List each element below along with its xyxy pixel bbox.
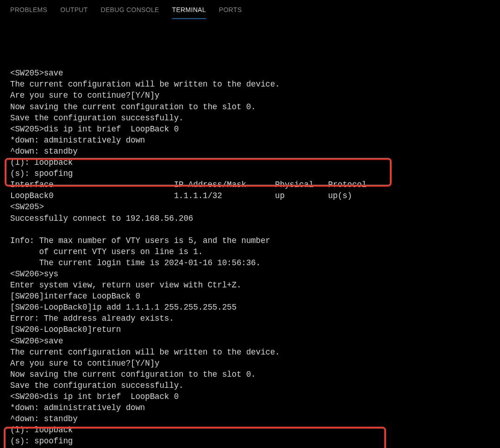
terminal-line xyxy=(10,224,490,235)
terminal-line: of current VTY users on line is 1. xyxy=(10,246,490,257)
terminal-output[interactable]: <SW205>saveThe current configuration wil… xyxy=(0,20,500,448)
terminal-line: LoopBack0 1.1.1.1/32 up up(s) xyxy=(10,190,490,201)
terminal-line: Error: The address already exists. xyxy=(10,313,490,324)
terminal-line: The current configuration will be writte… xyxy=(10,347,490,358)
terminal-line: The current login time is 2024-01-16 10:… xyxy=(10,257,490,268)
terminal-line: Info: The max number of VTY users is 5, … xyxy=(10,235,490,246)
terminal-line: Interface IP Address/Mask Physical Proto… xyxy=(10,179,490,190)
tab-debug-console[interactable]: DEBUG CONSOLE xyxy=(101,6,159,19)
terminal-line: <SW205>dis ip int brief LoopBack 0 xyxy=(10,124,490,135)
terminal-line: Are you sure to continue?[Y/N]y xyxy=(10,358,490,369)
terminal-line: ^down: standby xyxy=(10,413,490,424)
terminal-line: Successfully connect to 192.168.56.206 xyxy=(10,213,490,224)
terminal-line: *down: administratively down xyxy=(10,402,490,413)
terminal-line: Enter system view, return user view with… xyxy=(10,280,490,291)
terminal-line: Save the configuration successfully. xyxy=(10,112,490,124)
terminal-line: <SW205>save xyxy=(10,68,490,79)
terminal-line: Now saving the current configuration to … xyxy=(10,369,490,380)
terminal-line: (l): loopback xyxy=(10,424,490,436)
terminal-line: [SW206-LoopBack0]ip add 1.1.1.1 255.255.… xyxy=(10,302,490,313)
terminal-line: <SW205> xyxy=(10,201,490,212)
panel-tabs: PROBLEMS OUTPUT DEBUG CONSOLE TERMINAL P… xyxy=(0,0,500,20)
terminal-line: Save the configuration successfully. xyxy=(10,380,490,391)
terminal-line: The current configuration will be writte… xyxy=(10,79,490,90)
terminal-line: [SW206]interface LoopBack 0 xyxy=(10,291,490,302)
terminal-line: Are you sure to continue?[Y/N]y xyxy=(10,90,490,101)
terminal-line: (s): spoofing xyxy=(10,168,490,179)
terminal-line: ^down: standby xyxy=(10,146,490,157)
tab-terminal[interactable]: TERMINAL xyxy=(172,6,206,19)
terminal-line: <SW206>sys xyxy=(10,268,490,280)
terminal-line: *down: administratively down xyxy=(10,135,490,146)
terminal-line: <SW206>save xyxy=(10,336,490,347)
terminal-line: (l): loopback xyxy=(10,157,490,168)
terminal-line: Now saving the current configuration to … xyxy=(10,101,490,112)
terminal-line: (s): spoofing xyxy=(10,436,490,447)
tab-problems[interactable]: PROBLEMS xyxy=(10,6,47,19)
terminal-line: <SW206>dis ip int brief LoopBack 0 xyxy=(10,391,490,402)
tab-output[interactable]: OUTPUT xyxy=(60,6,88,19)
terminal-line: [SW206-LoopBack0]return xyxy=(10,324,490,335)
tab-ports[interactable]: PORTS xyxy=(219,6,242,19)
